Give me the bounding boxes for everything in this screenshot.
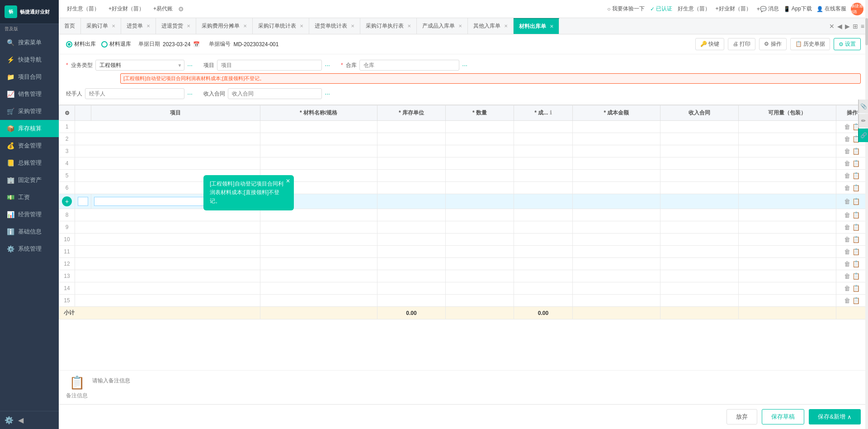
delete-icon[interactable]: 🗑: [844, 160, 850, 167]
online-service-link[interactable]: 👤 在线客服: [816, 5, 846, 13]
tab-close-other-receipt[interactable]: ✕: [504, 24, 508, 29]
delete-icon[interactable]: 🗑: [844, 260, 850, 267]
project-dots[interactable]: ···: [325, 62, 330, 69]
tab-prev-icon[interactable]: ◀: [837, 23, 842, 30]
settings-button[interactable]: ⚙ 设置: [834, 38, 861, 50]
project-input[interactable]: [217, 60, 322, 71]
user-avatar[interactable]: 畅捷通8路: [851, 3, 863, 15]
delete-icon[interactable]: 🗑: [844, 297, 850, 304]
tab-close-all-icon[interactable]: ✕: [829, 23, 835, 30]
col-settings-icon[interactable]: ⚙: [65, 110, 70, 116]
delete-icon[interactable]: 🗑: [844, 211, 850, 219]
tab-close-purchase-order[interactable]: ✕: [112, 24, 115, 29]
sidebar-item-search[interactable]: 🔍 搜索菜单: [0, 34, 59, 51]
save-new-button[interactable]: 保存&新增 ∧: [809, 409, 861, 424]
row7-col1-input[interactable]: [78, 197, 88, 206]
tab-home[interactable]: 首页: [59, 18, 81, 34]
save-draft-button[interactable]: 保存草稿: [762, 409, 804, 424]
tooltip-close-button[interactable]: ✕: [286, 177, 290, 186]
sidebar-item-accounting[interactable]: 📒 总账管理: [0, 154, 59, 172]
try-link[interactable]: ○ 我要体验一下: [607, 5, 644, 13]
tab-purchase-order[interactable]: 采购订单 ✕: [81, 18, 121, 34]
tab-close-purchase-exec[interactable]: ✕: [407, 24, 411, 29]
warehouse-dots[interactable]: ···: [462, 62, 467, 69]
more-link-2[interactable]: +: [757, 6, 760, 12]
handler-input[interactable]: [85, 88, 184, 99]
more-link-0[interactable]: 好生意（苗）: [678, 5, 710, 13]
tab-purchase-expense[interactable]: 采购费用分摊单 ✕: [196, 18, 253, 34]
tab-finished-goods[interactable]: 产成品入库单 ✕: [417, 18, 468, 34]
more-link-1[interactable]: +好业财（苗）: [716, 5, 751, 13]
message-link[interactable]: 💬 消息: [760, 5, 779, 13]
delete-icon[interactable]: 🗑: [844, 248, 850, 255]
copy-icon[interactable]: 📋: [852, 211, 860, 219]
sidebar-item-quick-nav[interactable]: ⚡ 快捷导航: [0, 51, 59, 68]
delete-icon[interactable]: 🗑: [844, 285, 850, 292]
income-contract-dots[interactable]: ···: [325, 90, 330, 97]
tab-goods-receipt[interactable]: 进货单 ✕: [121, 18, 156, 34]
delete-icon[interactable]: 🗑: [844, 123, 850, 130]
operations-button[interactable]: ⚙ 操作: [759, 38, 786, 50]
business-type-dots[interactable]: ···: [187, 62, 193, 69]
tab-next-icon[interactable]: ▶: [845, 23, 850, 30]
tab-material-issue[interactable]: 材料出库单 ✕: [514, 18, 559, 34]
tab-purchase-stats[interactable]: 采购订单统计表 ✕: [253, 18, 309, 34]
sidebar-item-inventory[interactable]: 📦 库存核算: [0, 120, 59, 137]
sidebar-item-purchase[interactable]: 🛒 采购管理: [0, 103, 59, 120]
sidebar-item-assets[interactable]: 🏢 固定资产: [0, 172, 59, 189]
business-type-select[interactable]: 工程领料: [95, 60, 185, 71]
delete-icon[interactable]: 🗑: [844, 172, 850, 179]
top-nav-link-2[interactable]: +易代账: [150, 3, 176, 14]
gear-icon[interactable]: ⚙: [178, 5, 184, 13]
tab-close-purchase-expense[interactable]: ✕: [243, 24, 247, 29]
copy-icon[interactable]: 📋: [852, 260, 860, 267]
sidebar-item-operations[interactable]: 📊 经营管理: [0, 206, 59, 223]
tab-other-receipt[interactable]: 其他入库单 ✕: [468, 18, 514, 34]
print-button[interactable]: 🖨 打印: [728, 38, 755, 50]
sidebar-item-project[interactable]: 📁 项目合同: [0, 68, 59, 86]
copy-icon[interactable]: 📋: [852, 236, 860, 243]
copy-icon[interactable]: 📋: [852, 160, 860, 167]
sidebar-item-payroll[interactable]: 💵 工资: [0, 189, 59, 206]
discard-button[interactable]: 放弃: [726, 409, 757, 424]
tab-close-finished-goods[interactable]: ✕: [458, 24, 462, 29]
copy-icon[interactable]: 📋: [852, 184, 860, 191]
tab-close-goods-receipt[interactable]: ✕: [146, 24, 150, 29]
tab-goods-stats[interactable]: 进货单统计表 ✕: [309, 18, 360, 34]
history-button[interactable]: 📋 历史单据: [790, 38, 830, 50]
delete-icon[interactable]: 🗑: [844, 236, 850, 243]
app-download-link[interactable]: 📱 App下载: [783, 5, 812, 13]
sidebar-settings-icon[interactable]: ⚙️: [5, 416, 14, 424]
tab-close-material-issue[interactable]: ✕: [550, 24, 553, 29]
col-settings[interactable]: ⚙: [59, 105, 75, 121]
cost-info-icon[interactable]: ℹ: [550, 110, 552, 116]
radio-material-return[interactable]: 材料退库: [101, 40, 131, 48]
delete-icon[interactable]: 🗑: [844, 198, 850, 205]
tab-grid-icon[interactable]: ⊞: [853, 23, 858, 30]
sidebar-item-sales[interactable]: 📈 销售管理: [0, 86, 59, 103]
sidebar-item-finance[interactable]: 💰 资金管理: [0, 137, 59, 154]
right-tool-edit[interactable]: ✏: [858, 114, 868, 128]
copy-icon[interactable]: 📋: [852, 224, 860, 231]
top-nav-link-0[interactable]: 好生意（苗）: [63, 3, 103, 14]
copy-icon[interactable]: 📋: [852, 172, 860, 179]
copy-icon[interactable]: 📋: [852, 248, 860, 255]
delete-icon[interactable]: 🗑: [844, 184, 850, 191]
copy-icon[interactable]: 📋: [852, 297, 860, 304]
warehouse-input[interactable]: [359, 60, 460, 71]
calendar-icon[interactable]: 📅: [193, 41, 200, 48]
sidebar-collapse-icon[interactable]: ◀: [18, 416, 24, 424]
copy-icon[interactable]: 📋: [852, 272, 860, 280]
copy-icon[interactable]: 📋: [852, 285, 860, 292]
handler-dots[interactable]: ···: [187, 90, 193, 97]
sidebar-item-basic[interactable]: ℹ️ 基础信息: [0, 223, 59, 240]
right-tool-link[interactable]: 🔗: [858, 129, 868, 142]
notes-input[interactable]: [92, 375, 861, 393]
copy-icon[interactable]: 📋: [852, 148, 860, 155]
top-nav-link-1[interactable]: +好业财（苗）: [105, 3, 148, 14]
delete-icon[interactable]: 🗑: [844, 135, 850, 143]
scrollbar-thumb[interactable]: [865, 18, 868, 45]
tab-list-icon[interactable]: ≡: [861, 23, 864, 30]
tab-purchase-exec[interactable]: 采购订单执行表 ✕: [360, 18, 417, 34]
tab-close-goods-return[interactable]: ✕: [187, 24, 190, 29]
